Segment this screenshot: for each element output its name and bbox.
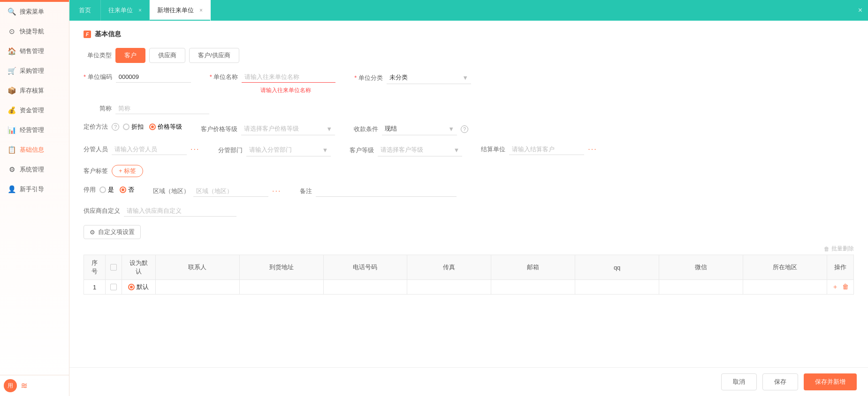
- table-select-all[interactable]: [110, 264, 117, 271]
- col-region: 所在地区: [743, 255, 827, 280]
- area-input[interactable]: [193, 186, 268, 197]
- sidebar-item-newbie[interactable]: 👤 新手引导: [0, 179, 69, 199]
- row-phone-input[interactable]: [328, 284, 403, 291]
- remark-input[interactable]: [316, 186, 457, 197]
- row-fax[interactable]: [407, 280, 491, 295]
- unit-code-input[interactable]: [116, 71, 191, 83]
- operations-icon: 📊: [8, 126, 16, 134]
- remark-field: 备注: [300, 186, 457, 197]
- unit-category-field: 单位分类 未分类 ▼: [354, 71, 471, 84]
- cancel-button[interactable]: 取消: [721, 373, 757, 390]
- row-delivery[interactable]: [239, 280, 323, 295]
- payment-terms-field: 收款条件 现结 ▼ ?: [354, 123, 468, 135]
- col-phone: 电话号码: [323, 255, 407, 280]
- manager-input[interactable]: [112, 144, 187, 155]
- batch-delete-btn[interactable]: 🗑 批量删除: [824, 245, 854, 253]
- row-phone[interactable]: [323, 280, 407, 295]
- tab-home[interactable]: 首页: [69, 0, 101, 21]
- pricing-discount-option[interactable]: 折扣: [123, 123, 144, 131]
- sidebar-item-label: 新手引导: [20, 185, 44, 194]
- row-default-radio-circle: [128, 284, 135, 290]
- sidebar-item-label: 系统管理: [20, 165, 44, 174]
- save-new-button[interactable]: 保存并新增: [804, 373, 857, 390]
- unit-name-input[interactable]: [242, 71, 335, 83]
- row-delivery-input[interactable]: [244, 284, 319, 291]
- row-qq-input[interactable]: [580, 284, 654, 291]
- col-contact: 联系人: [155, 255, 239, 280]
- table-row: 1 默认: [84, 280, 854, 295]
- payment-terms-info-icon[interactable]: ?: [461, 125, 468, 133]
- row-contact-input[interactable]: [160, 284, 235, 291]
- sidebar-item-finance[interactable]: 💰 资金管理: [0, 101, 69, 120]
- sidebar-item-inventory[interactable]: 📦 库存核算: [0, 81, 69, 101]
- sidebar-item-system[interactable]: ⚙ 系统管理: [0, 160, 69, 179]
- sidebar-item-sales[interactable]: 🏠 销售管理: [0, 41, 69, 61]
- unit-category-select[interactable]: 未分类 ▼: [387, 71, 471, 84]
- row-checkbox-cell: [106, 280, 122, 295]
- row-email[interactable]: [491, 280, 575, 295]
- row-email-input[interactable]: [496, 284, 570, 291]
- col-fax: 传真: [407, 255, 491, 280]
- unit-type-both[interactable]: 客户/供应商: [189, 48, 239, 63]
- row-fax-input[interactable]: [412, 284, 486, 291]
- tab-new-counterparty-close[interactable]: ×: [199, 7, 203, 14]
- pricing-level-option[interactable]: 价格等级: [149, 123, 182, 131]
- area-more-btn[interactable]: ···: [272, 187, 281, 195]
- unit-type-customer[interactable]: 客户: [115, 48, 145, 63]
- user-avatar: 用: [4, 379, 17, 392]
- purchase-icon: 🛒: [8, 67, 16, 75]
- disabled-label: 停用: [84, 186, 96, 194]
- sidebar-item-label: 经营管理: [20, 126, 44, 134]
- settlement-unit-more-btn[interactable]: ···: [588, 145, 597, 154]
- row-checkbox[interactable]: [110, 284, 117, 290]
- department-field: 分管部门 请输入分管部门 ▼: [218, 144, 331, 156]
- sidebar-item-operations[interactable]: 📊 经营管理: [0, 120, 69, 140]
- add-tag-btn[interactable]: + 标签: [112, 165, 143, 177]
- disabled-yes-option[interactable]: 是: [99, 186, 114, 194]
- sidebar-item-label: 库存核算: [20, 86, 44, 95]
- customer-price-level-select[interactable]: 请选择客户价格等级 ▼: [241, 123, 335, 135]
- row-qq[interactable]: [575, 280, 659, 295]
- pricing-method-radios: 折扣 价格等级: [123, 123, 182, 131]
- col-qq: qq: [575, 255, 659, 280]
- row-region[interactable]: [743, 280, 827, 295]
- row-wechat-input[interactable]: [664, 284, 738, 291]
- sidebar-item-purchase[interactable]: 🛒 采购管理: [0, 61, 69, 81]
- sidebar-item-basic-info[interactable]: 📋 基础信息: [0, 140, 69, 160]
- customer-price-level-field: 客户价格等级 请选择客户价格等级 ▼: [201, 123, 335, 135]
- row-wechat[interactable]: [659, 280, 743, 295]
- col-delivery: 到货地址: [239, 255, 323, 280]
- tab-counterparty-close[interactable]: ×: [138, 7, 142, 14]
- col-wechat: 微信: [659, 255, 743, 280]
- manager-more-btn[interactable]: ···: [190, 145, 199, 154]
- row-delete-btn[interactable]: 🗑: [842, 283, 849, 291]
- system-icon: ⚙: [8, 165, 16, 174]
- sidebar-item-quick-nav[interactable]: ⊙ 快捷导航: [0, 22, 69, 41]
- payment-terms-chevron: ▼: [448, 125, 454, 132]
- short-name-input[interactable]: [115, 103, 209, 114]
- pricing-method-info-icon[interactable]: ?: [112, 123, 119, 131]
- supplier-custom-field: 供应商自定义: [84, 205, 236, 217]
- settlement-unit-input[interactable]: [509, 144, 584, 155]
- customer-level-select[interactable]: 请选择客户等级 ▼: [378, 144, 462, 156]
- row-contact[interactable]: [155, 280, 239, 295]
- payment-terms-select[interactable]: 现结 ▼: [382, 123, 457, 135]
- customer-level-placeholder: 请选择客户等级: [381, 146, 423, 154]
- unit-type-supplier[interactable]: 供应商: [149, 48, 185, 63]
- row-region-input[interactable]: [748, 284, 822, 291]
- save-button[interactable]: 保存: [762, 373, 798, 390]
- tab-counterparty[interactable]: 往来单位 ×: [101, 0, 150, 21]
- row-default-radio[interactable]: 默认: [127, 283, 151, 291]
- custom-settings-btn[interactable]: ⚙ 自定义项设置: [84, 225, 141, 239]
- tab-bar-close-all[interactable]: ×: [858, 6, 862, 15]
- tab-home-label: 首页: [79, 6, 91, 15]
- sidebar-item-search[interactable]: 🔍 搜索菜单: [0, 2, 69, 22]
- disabled-area-remark-row: 停用 是 否 区域（地区） ··· 备注: [84, 186, 854, 197]
- disabled-no-option[interactable]: 否: [120, 186, 134, 194]
- tab-new-counterparty[interactable]: 新增往来单位 ×: [150, 0, 211, 21]
- batch-delete-bar: 🗑 批量删除: [84, 245, 854, 253]
- row-add-btn[interactable]: ＋: [832, 283, 838, 291]
- main-content: 首页 往来单位 × 新增往来单位 × × F 基本信息 单位类型 客户 供应商 …: [69, 0, 868, 396]
- department-select[interactable]: 请输入分管部门 ▼: [246, 144, 331, 156]
- supplier-custom-input[interactable]: [124, 205, 236, 217]
